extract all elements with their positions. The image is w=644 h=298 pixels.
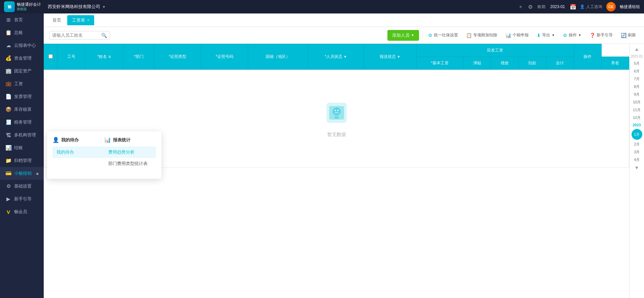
timeline-month-4[interactable]: 4月 (630, 156, 644, 164)
status-filter-icon[interactable]: ▼ (344, 55, 347, 59)
sidebar-item-expense[interactable]: 💳 小畅报销 ◀ (0, 167, 44, 180)
timeline-month-8[interactable]: 8月 (630, 83, 644, 91)
sidebar-item-tax[interactable]: 🧾 税务管理 (0, 116, 44, 129)
period-label: 账期 (537, 4, 545, 10)
sidebar-item-basic-settings[interactable]: ⚙ 基础设置 (0, 180, 44, 193)
timeline-month-1-active[interactable]: 1月 (632, 129, 642, 140)
settings-icon-btn[interactable]: ⚙ (528, 4, 533, 10)
tab-salary-close-icon[interactable]: × (87, 18, 89, 23)
expense-icon: 💳 (5, 170, 11, 176)
timeline-month-10[interactable]: 10月 (630, 98, 644, 106)
search-icon[interactable]: 🔍 (101, 33, 107, 38)
popup-cost-trend[interactable]: 费用趋势分析 (104, 146, 156, 158)
sidebar-item-archive[interactable]: 📁 归档管理 (0, 154, 44, 167)
reconciliation-icon: 📊 (5, 145, 11, 151)
ledger-icon: 📋 (5, 30, 11, 36)
settings-icon: ⚙ (5, 183, 11, 189)
special-deduction-icon: 📋 (466, 33, 472, 38)
th-checkbox[interactable] (44, 44, 58, 70)
calendar-icon-btn[interactable]: 📅 (570, 4, 576, 10)
sidebar-item-home[interactable]: ⊞ 首页 (0, 13, 44, 26)
svg-point-5 (337, 110, 339, 111)
personal-tax-icon: 📊 (505, 33, 511, 38)
popup-dept-cost[interactable]: 部门费用类型统计表 (104, 158, 156, 169)
search-input[interactable] (52, 33, 99, 38)
sidebar-item-reconciliation[interactable]: 📊 结账 (0, 141, 44, 154)
timeline-month-12[interactable]: 12月 (630, 114, 644, 122)
sidebar-item-invoice[interactable]: 📄 发票管理 (0, 90, 44, 103)
sidebar-item-multi-org[interactable]: 🏗 多机构管理 (0, 129, 44, 141)
sidebar-item-general-ledger[interactable]: 📋 总账 (0, 26, 44, 39)
report-filter-icon[interactable]: ▼ (397, 55, 401, 59)
popup-reports-title-label: 报表统计 (113, 137, 130, 143)
name-sort-icon[interactable]: ⇅ (108, 55, 111, 59)
top-bar: 畅 畅捷通好会计 旗舰版 西安虾米网络科技有限公司 ▼ ＋ ⚙ 账期 2023-… (0, 0, 644, 13)
sidebar-item-salary[interactable]: 💼 工资 (0, 77, 44, 90)
timeline-month-9[interactable]: 9月 (630, 91, 644, 98)
sidebar-label-fund: 资金管理 (14, 55, 32, 61)
tab-home[interactable]: 首页 (48, 15, 66, 25)
social-security-btn[interactable]: ⚙ 统一社保设置 (425, 32, 461, 38)
sidebar-label-multi-org: 多机构管理 (14, 132, 36, 138)
popup-todo-title-label: 我的待办 (61, 137, 79, 143)
th-nationality: 国籍（地区） (248, 44, 308, 70)
multi-org-icon: 🏗 (5, 132, 11, 138)
top-right: 👤 人工咨询 CE 畅捷通组组 (580, 2, 640, 11)
app-logo-icon: 畅 (4, 1, 15, 12)
select-all-checkbox[interactable] (48, 54, 53, 59)
support-label: 人工咨询 (586, 4, 602, 10)
special-deduction-label: 专项附加扣除 (473, 32, 497, 38)
archive-icon: 📁 (5, 158, 11, 164)
timeline-down-icon[interactable]: ▼ (633, 164, 641, 172)
timeline-month-2[interactable]: 2月 (630, 140, 644, 148)
sidebar-item-member[interactable]: V 畅会员 (0, 205, 44, 218)
th-allowance: 津贴 (463, 57, 491, 70)
reports-section-icon: 📊 (104, 137, 111, 143)
sidebar-item-inventory[interactable]: 📦 库存核算 (0, 103, 44, 116)
timeline-month-6[interactable]: 6月 (630, 67, 644, 75)
expense-dropdown-popup: 👤 我的待办 我的待办 📊 报表统计 费用趋势分析 部门费用类型统计表 (47, 131, 161, 179)
company-selector[interactable]: 西安虾米网络科技有限公司 ▼ (48, 4, 515, 10)
sidebar-item-fixed-assets[interactable]: 🏢 固定资产 (0, 65, 44, 77)
th-total: 合计 (546, 57, 574, 70)
timeline-month-7[interactable]: 7月 (630, 75, 644, 83)
popup-my-todo[interactable]: 我的待办 (52, 146, 104, 158)
operations-btn[interactable]: ⚙ 操作 ▼ (560, 32, 584, 38)
popup-dept-cost-label: 部门费用类型统计表 (108, 161, 148, 167)
export-btn[interactable]: ⬇ 导出 ▼ (534, 32, 558, 38)
guide-icon: ▶ (5, 196, 11, 202)
timeline-month-5[interactable]: 5月 (630, 60, 644, 67)
sidebar-item-guide[interactable]: ▶ 新手引导 (0, 193, 44, 205)
inventory-icon: 📦 (5, 106, 11, 112)
sidebar-item-cloud-reports[interactable]: ☁ 云报表中心 (0, 39, 44, 52)
timeline-up-icon[interactable]: ▲ (633, 45, 641, 53)
empty-state-icon (323, 99, 350, 126)
refresh-btn[interactable]: 🔄 刷新 (618, 32, 639, 38)
fund-icon: 💰 (5, 55, 11, 61)
th-department: *部门 (123, 44, 154, 70)
th-base-salary: *基本工资 (416, 57, 463, 70)
sidebar-label-general-ledger: 总账 (14, 30, 23, 36)
timeline-month-11[interactable]: 11月 (630, 106, 644, 114)
logo-text-area: 畅捷通好会计 旗舰版 (17, 2, 41, 11)
tab-salary[interactable]: 工资表 × (67, 15, 94, 25)
svg-rect-3 (335, 116, 339, 119)
top-actions: ＋ ⚙ 账期 2023-01 📅 (518, 3, 576, 10)
timeline-month-3[interactable]: 3月 (630, 148, 644, 156)
company-name: 西安虾米网络科技有限公司 (48, 4, 100, 10)
add-person-button[interactable]: 添加人员 ▼ (387, 30, 419, 41)
refresh-label: 刷新 (628, 32, 636, 38)
support-button[interactable]: 👤 人工咨询 (580, 4, 602, 10)
social-security-icon: ⚙ (428, 33, 432, 38)
sidebar-label-fixed-assets: 固定资产 (14, 68, 32, 74)
special-deduction-btn[interactable]: 📋 专项附加扣除 (463, 32, 500, 38)
new-guide-toolbar-icon: ❓ (590, 33, 595, 38)
tab-bar: 首页 工资表 × (44, 13, 644, 27)
new-guide-btn[interactable]: ❓ 新手引导 (587, 32, 615, 38)
sidebar-label-invoice: 发票管理 (14, 94, 32, 100)
add-icon-btn[interactable]: ＋ (518, 3, 523, 10)
sidebar-item-fund[interactable]: 💰 资金管理 (0, 52, 44, 65)
personal-tax-btn[interactable]: 📊 个税申报 (503, 32, 531, 38)
th-status: *人员状态 ▼ (308, 44, 364, 70)
tab-home-label: 首页 (52, 17, 61, 23)
